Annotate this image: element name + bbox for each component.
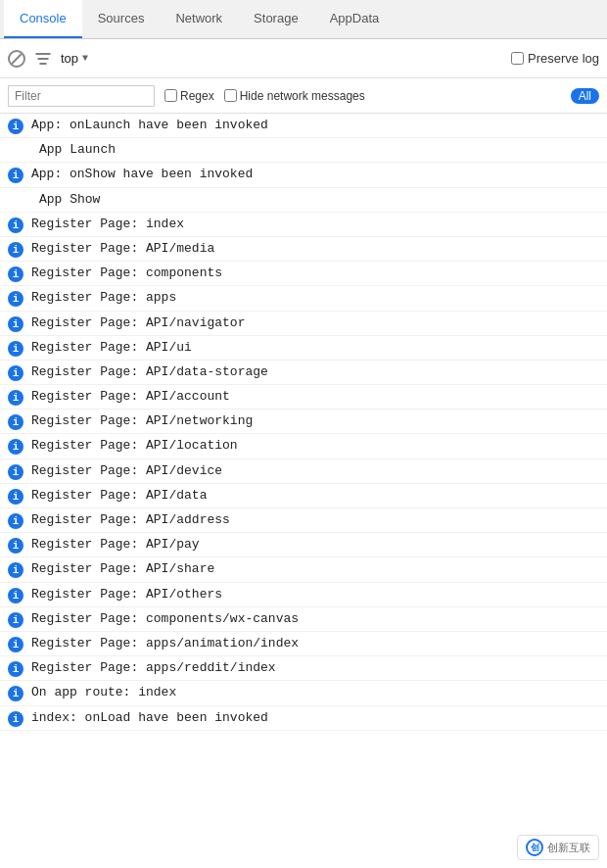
info-icon: i [8,242,23,258]
filter-input[interactable] [8,85,155,107]
info-icon: i [8,168,23,183]
log-text: Register Page: API/device [31,462,222,480]
context-selector[interactable]: top ▼ [61,51,503,66]
log-text: Register Page: apps/reddit/index [31,659,276,677]
log-text: Register Page: API/data-storage [31,363,268,381]
info-icon: i [8,637,23,652]
log-entry: iOn app route: index [0,681,607,705]
log-text: Register Page: API/navigator [31,314,245,332]
tab-storage[interactable]: Storage [238,0,314,38]
info-icon: i [8,464,23,480]
info-icon: i [8,414,23,430]
log-text: On app route: index [31,684,176,701]
info-icon: i [8,390,23,406]
log-entry: iApp: onLaunch have been invoked [0,114,607,138]
log-text: Register Page: apps [31,289,176,307]
info-icon: i [8,439,23,455]
log-entry: App Show [0,188,607,213]
filter-bar: Regex Hide network messages All [0,78,607,114]
log-entry: iRegister Page: API/data-storage [0,361,607,385]
toolbar: top ▼ Preserve log [0,39,607,78]
log-text: Register Page: components/wx-canvas [31,610,299,628]
regex-label[interactable]: Regex [164,89,214,103]
context-dropdown-arrow[interactable]: ▼ [82,53,88,64]
log-entry: iRegister Page: API/pay [0,533,607,557]
filter-options: Regex Hide network messages [164,89,365,103]
filter-icon[interactable] [33,49,53,69]
info-icon: i [8,612,23,628]
info-icon: i [8,341,23,357]
log-entry: iRegister Page: API/ui [0,336,607,361]
info-icon: i [8,266,23,282]
tab-sources[interactable]: Sources [82,0,161,38]
log-entry: iRegister Page: index [0,213,607,237]
info-icon: i [8,562,23,578]
log-text: App: onLaunch have been invoked [31,117,268,134]
log-text: index: onLoad have been invoked [31,709,268,727]
tab-console[interactable]: Console [4,0,82,38]
log-entry: iApp: onShow have been invoked [0,163,607,187]
log-text: Register Page: API/account [31,388,230,406]
hide-network-checkbox[interactable] [224,89,237,102]
log-text: Register Page: API/pay [31,536,200,554]
all-badge[interactable]: All [571,88,599,104]
log-text: Register Page: API/address [31,511,230,529]
log-text: Register Page: API/share [31,560,214,578]
log-entry: iRegister Page: apps/animation/index [0,632,607,656]
log-entry: iindex: onLoad have been invoked [0,706,607,731]
log-entry: iRegister Page: API/networking [0,410,607,434]
log-entry: App Launch [0,138,607,163]
info-icon: i [8,316,23,332]
preserve-log-label[interactable]: Preserve log [511,51,599,66]
log-entry: iRegister Page: API/device [0,459,607,484]
log-text: Register Page: API/others [31,586,222,603]
log-entry: iRegister Page: API/others [0,583,607,607]
log-entry: iRegister Page: API/data [0,484,607,508]
log-entry: iRegister Page: apps [0,286,607,311]
log-text: App Launch [39,141,116,159]
preserve-log-checkbox[interactable] [511,52,524,65]
log-text: Register Page: API/location [31,437,238,455]
log-entry: iRegister Page: components/wx-canvas [0,607,607,632]
log-text: App Show [39,191,100,209]
log-entry: iRegister Page: API/share [0,557,607,582]
info-icon: i [8,711,23,727]
log-text: Register Page: API/media [31,240,214,258]
log-entry: iRegister Page: API/media [0,237,607,262]
log-entry: iRegister Page: components [0,262,607,286]
log-text: Register Page: components [31,265,222,282]
log-entry: iRegister Page: API/address [0,508,607,533]
log-entry: iRegister Page: apps/reddit/index [0,656,607,681]
info-icon: i [8,538,23,554]
info-icon: i [8,119,23,134]
toolbar-right: Preserve log [511,51,599,66]
log-text: Register Page: API/data [31,487,207,505]
info-icon: i [8,217,23,233]
tab-bar: Console Sources Network Storage AppData [0,0,607,39]
log-text: Register Page: apps/animation/index [31,635,299,652]
log-text: Register Page: API/ui [31,339,192,357]
hide-network-label[interactable]: Hide network messages [224,89,365,103]
log-entry: iRegister Page: API/location [0,434,607,458]
log-text: App: onShow have been invoked [31,166,253,183]
regex-checkbox[interactable] [164,89,177,102]
info-icon: i [8,513,23,529]
log-entry: iRegister Page: API/account [0,385,607,410]
tab-network[interactable]: Network [160,0,238,38]
log-text: Register Page: index [31,216,184,233]
info-icon: i [8,489,23,505]
info-icon: i [8,686,23,701]
info-icon: i [8,661,23,677]
ban-icon[interactable] [8,50,25,68]
log-entry: iRegister Page: API/navigator [0,312,607,336]
context-value: top [61,51,78,66]
console-log: iApp: onLaunch have been invokedApp Laun… [0,114,607,868]
info-icon: i [8,588,23,603]
info-icon: i [8,365,23,381]
info-icon: i [8,291,23,307]
watermark-logo: 创 [526,839,543,856]
log-text: Register Page: API/networking [31,412,253,430]
watermark: 创 创新互联 [517,835,599,860]
tab-appdata[interactable]: AppData [314,0,396,38]
